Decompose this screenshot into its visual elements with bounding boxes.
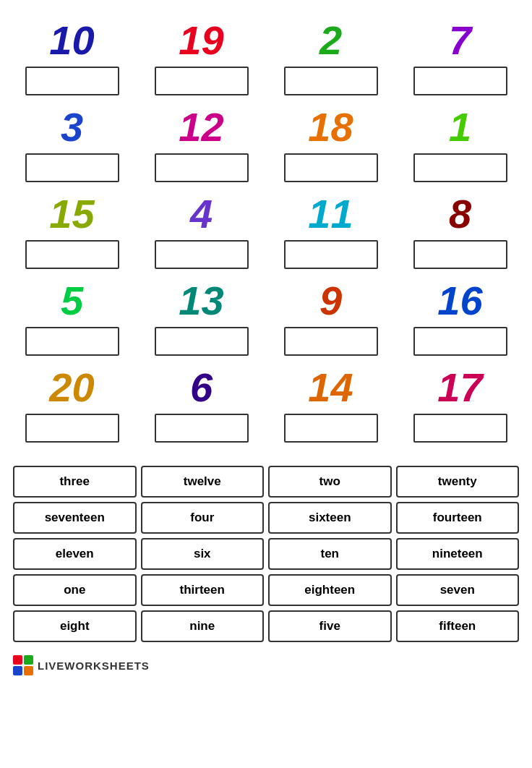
number-display-17: 17 (437, 367, 482, 408)
answer-input-16[interactable] (413, 327, 507, 356)
answer-input-20[interactable] (25, 414, 119, 443)
number-cell-14: 14 (266, 362, 395, 448)
number-cell-20: 20 (7, 362, 137, 448)
word-box-one[interactable]: one (13, 574, 137, 606)
number-cell-9: 9 (266, 275, 395, 362)
numbers-grid: 1019273121811541185139162061417 (7, 14, 525, 448)
answer-input-17[interactable] (413, 414, 507, 443)
answer-input-4[interactable] (155, 240, 249, 269)
number-cell-18: 18 (266, 101, 395, 188)
number-display-5: 5 (61, 281, 83, 321)
number-cell-17: 17 (395, 362, 525, 448)
answer-input-6[interactable] (155, 414, 249, 443)
answer-input-9[interactable] (284, 327, 378, 356)
number-cell-16: 16 (395, 275, 525, 362)
number-cell-7: 7 (395, 14, 525, 101)
word-box-four[interactable]: four (141, 502, 265, 534)
logo-squares (13, 655, 33, 675)
number-display-9: 9 (319, 281, 342, 321)
word-box-three[interactable]: three (13, 466, 137, 498)
word-box-fifteen[interactable]: fifteen (396, 610, 520, 642)
answer-input-13[interactable] (155, 327, 249, 356)
word-box-two[interactable]: two (268, 466, 392, 498)
answer-input-10[interactable] (25, 67, 119, 95)
answer-input-1[interactable] (413, 153, 507, 182)
word-box-twelve[interactable]: twelve (141, 466, 265, 498)
number-cell-8: 8 (395, 188, 525, 275)
word-box-eighteen[interactable]: eighteen (268, 574, 392, 606)
word-box-sixteen[interactable]: sixteen (268, 502, 392, 534)
word-box-nineteen[interactable]: nineteen (396, 538, 520, 570)
answer-input-3[interactable] (25, 153, 119, 182)
number-cell-3: 3 (7, 101, 137, 188)
answer-input-19[interactable] (155, 67, 249, 95)
footer: LIVEWORKSHEETS (7, 649, 525, 675)
number-display-15: 15 (49, 194, 94, 234)
number-display-11: 11 (308, 194, 353, 234)
number-cell-6: 6 (137, 362, 266, 448)
word-box-nine[interactable]: nine (141, 610, 265, 642)
number-display-12: 12 (179, 107, 223, 148)
answer-input-7[interactable] (413, 67, 507, 95)
number-display-14: 14 (308, 367, 353, 408)
word-box-eight[interactable]: eight (13, 610, 137, 642)
answer-input-15[interactable] (25, 240, 119, 269)
number-cell-2: 2 (266, 14, 395, 101)
number-cell-11: 11 (266, 188, 395, 275)
answer-input-18[interactable] (284, 153, 378, 182)
answer-input-11[interactable] (284, 240, 378, 269)
word-box-eleven[interactable]: eleven (13, 538, 137, 570)
number-display-2: 2 (319, 20, 342, 61)
number-cell-13: 13 (137, 275, 266, 362)
answer-input-8[interactable] (413, 240, 507, 269)
footer-text: LIVEWORKSHEETS (38, 660, 150, 672)
word-box-thirteen[interactable]: thirteen (141, 574, 265, 606)
number-cell-15: 15 (7, 188, 137, 275)
word-box-six[interactable]: six (141, 538, 265, 570)
number-display-16: 16 (437, 281, 482, 321)
number-display-10: 10 (49, 20, 94, 61)
logo: LIVEWORKSHEETS (13, 655, 150, 675)
number-cell-10: 10 (7, 14, 137, 101)
answer-input-14[interactable] (284, 414, 378, 443)
word-box-seventeen[interactable]: seventeen (13, 502, 137, 534)
number-cell-12: 12 (137, 101, 266, 188)
word-box-ten[interactable]: ten (268, 538, 392, 570)
number-display-3: 3 (61, 107, 83, 148)
number-display-18: 18 (308, 107, 353, 148)
number-display-13: 13 (179, 281, 223, 321)
number-display-8: 8 (449, 194, 471, 234)
number-display-19: 19 (179, 20, 223, 61)
word-box-fourteen[interactable]: fourteen (396, 502, 520, 534)
number-cell-19: 19 (137, 14, 266, 101)
number-display-4: 4 (190, 194, 213, 234)
word-box-five[interactable]: five (268, 610, 392, 642)
number-cell-5: 5 (7, 275, 137, 362)
number-display-7: 7 (449, 20, 471, 61)
word-box-seven[interactable]: seven (396, 574, 520, 606)
number-display-1: 1 (449, 107, 471, 148)
answer-input-2[interactable] (284, 67, 378, 95)
words-grid[interactable]: threetwelvetwotwentyseventeenfoursixteen… (7, 463, 525, 645)
answer-input-5[interactable] (25, 327, 119, 356)
word-box-twenty[interactable]: twenty (396, 466, 520, 498)
number-cell-1: 1 (395, 101, 525, 188)
number-display-20: 20 (49, 367, 94, 408)
number-display-6: 6 (190, 367, 213, 408)
answer-input-12[interactable] (155, 153, 249, 182)
number-cell-4: 4 (137, 188, 266, 275)
